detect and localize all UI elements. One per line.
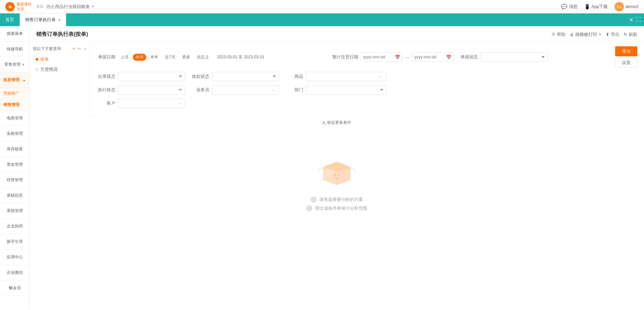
breadcrumb-area[interactable]: 办公用品行业模拟账套 ▼ bbox=[46, 4, 95, 10]
edit-scheme-icon[interactable]: ✏ bbox=[77, 46, 82, 51]
sidebar-item-ecommerce[interactable]: 电商管理 bbox=[0, 111, 29, 126]
scheme-by-order[interactable]: 按单 bbox=[33, 54, 86, 64]
add-scheme-icon[interactable]: + bbox=[72, 46, 75, 52]
delivery-status-select[interactable] bbox=[118, 72, 185, 81]
export-btn[interactable]: ⬆ 导出 bbox=[606, 32, 620, 38]
help-label: 帮助 bbox=[557, 32, 566, 38]
calendar-start-icon[interactable]: 📅 bbox=[395, 55, 400, 60]
sidebar-item-basic-info[interactable]: 基础信息 bbox=[0, 188, 29, 203]
print-icon: 🖨 bbox=[570, 32, 574, 37]
tab-close-window-icon[interactable]: ✕ bbox=[629, 17, 633, 23]
exec-status-select[interactable] bbox=[118, 85, 185, 95]
order-status-select[interactable] bbox=[481, 52, 548, 62]
department-select[interactable] bbox=[306, 85, 386, 95]
delivery-status-wrap bbox=[118, 72, 185, 81]
customer-input-wrap[interactable]: ··· bbox=[118, 99, 185, 108]
message-icon: 💬 bbox=[561, 4, 568, 10]
order-status-label: 单据状态 bbox=[459, 54, 478, 60]
app-download-btn[interactable]: 📱 App下载 bbox=[584, 4, 608, 10]
sidebar-item-sales-mgmt[interactable]: 销售管理 bbox=[0, 99, 29, 111]
goods-input-wrap[interactable]: ··· bbox=[306, 72, 386, 81]
main-area: 搜索菜单 快捷导航 零售管理 ▼ 批发管理 ▲ 营销推广 销售管理 电商管理 采… bbox=[0, 26, 644, 310]
date-tab-custom[interactable]: 自定义 bbox=[194, 54, 212, 61]
delivery-status-group: 出库状态 bbox=[97, 72, 185, 81]
tab-close-icon[interactable]: × bbox=[58, 18, 60, 22]
salesperson-input[interactable] bbox=[214, 88, 270, 92]
sidebar-item-enterprise-wx[interactable]: 企业微信 bbox=[0, 265, 29, 280]
sidebar-item-quick-nav[interactable]: 快捷导航 bbox=[0, 42, 29, 57]
collapse-chevron-icon: ⋀ bbox=[322, 120, 326, 125]
svg-point-7 bbox=[332, 172, 341, 180]
salesperson-group: 业务员 ··· bbox=[191, 85, 279, 95]
sidebar-item-enterprise[interactable]: 企业协同 bbox=[0, 219, 29, 234]
breadcrumb-arrow-icon[interactable]: ▼ bbox=[91, 5, 95, 8]
sidebar-item-guide[interactable]: 新手引导 bbox=[0, 234, 29, 250]
user-profile[interactable]: Ea demo2 bbox=[614, 2, 639, 11]
date-range-display: 2023-03-01 至 2023-03-31 bbox=[217, 54, 264, 60]
date-tab-more[interactable]: 更多 bbox=[179, 54, 193, 61]
collapse-bar[interactable]: ⋀ 收起更多条件 bbox=[30, 117, 644, 128]
sidebar-item-operations[interactable]: 经营管理 bbox=[0, 172, 29, 188]
sidebar-item-finance[interactable]: 资金管理 bbox=[0, 157, 29, 172]
logo-icon: 畅 bbox=[5, 2, 15, 11]
expected-delivery-group: 预计交货日期 📅 — 📅 bbox=[332, 52, 454, 62]
help-btn[interactable]: ⑦ 帮助 bbox=[551, 32, 566, 38]
filter-row-2: 出库状态 收款状态 bbox=[97, 72, 637, 81]
tab-bar-right: ✕ ⛶ bbox=[629, 17, 644, 23]
filter-row-4: 客户 ··· bbox=[97, 99, 637, 108]
sidebar-ecommerce-label: 电商管理 bbox=[7, 115, 23, 121]
filter-panel-title: 按以下方案查询 bbox=[33, 46, 61, 52]
by-order-label: 按单 bbox=[40, 56, 49, 62]
tab-home[interactable]: 首页 bbox=[0, 13, 20, 26]
scheme-by-debt[interactable]: 欠货情况 bbox=[33, 64, 86, 74]
collapse-panel-icon[interactable]: « bbox=[84, 46, 86, 51]
date-tab-current-year[interactable]: 本年 bbox=[148, 54, 161, 61]
sidebar-item-app-center[interactable]: 应用中心 bbox=[0, 250, 29, 265]
goods-dots-btn[interactable]: ··· bbox=[377, 74, 382, 79]
message-btn[interactable]: 💬 消息 bbox=[561, 4, 578, 10]
wholesale-mgmt-arrow-icon: ▲ bbox=[22, 78, 26, 82]
message-label: 消息 bbox=[569, 4, 578, 10]
sidebar-item-system[interactable]: 系统管理 bbox=[0, 203, 29, 219]
salesperson-input-wrap[interactable]: ··· bbox=[212, 85, 279, 95]
empty-state: 1 请先选择要分析的方案 2 用过滤条件来缩小分析范围 bbox=[30, 128, 644, 238]
customer-input[interactable] bbox=[120, 101, 176, 106]
settings-button[interactable]: 设置 bbox=[615, 58, 637, 68]
sidebar-item-search-menu[interactable]: 搜索菜单 bbox=[0, 26, 29, 42]
sidebar-item-marketing[interactable]: 营销推广 bbox=[0, 88, 29, 99]
exec-status-wrap bbox=[118, 85, 185, 95]
salesperson-dots-btn[interactable]: ··· bbox=[271, 87, 277, 93]
payment-status-select[interactable] bbox=[212, 72, 279, 81]
sidebar-item-inventory[interactable]: 库存核算 bbox=[0, 142, 29, 157]
sidebar-enterprise-wx-label: 企业微信 bbox=[7, 270, 23, 275]
page-inner: 销售订单执行表(按单) ⑦ 帮助 🖨 按模板打印 ▼ ⬆ 导出 bbox=[30, 26, 644, 310]
refresh-label: 刷新 bbox=[629, 32, 637, 38]
exec-status-label: 执行状态 bbox=[97, 87, 115, 93]
sidebar-item-wholesale-mgmt[interactable]: 批发管理 ▲ bbox=[0, 72, 29, 88]
order-status-select-wrap: ▼ bbox=[481, 52, 548, 62]
sidebar-member-label: 畅会员 bbox=[9, 285, 21, 291]
tab-sales-order[interactable]: 销售订单执行表 × bbox=[20, 13, 66, 26]
sidebar-item-retail-mgmt[interactable]: 零售管理 ▼ bbox=[0, 57, 29, 72]
sidebar-item-member[interactable]: 畅会员 bbox=[0, 280, 29, 296]
sidebar-marketing-label: 营销推广 bbox=[3, 91, 19, 96]
delivery-date-end-wrap[interactable]: 📅 bbox=[412, 52, 454, 62]
tab-fullscreen-icon[interactable]: ⛶ bbox=[636, 17, 641, 23]
retail-mgmt-arrow-icon: ▼ bbox=[22, 63, 25, 66]
date-tab-last7days[interactable]: 近7天 bbox=[162, 54, 178, 61]
hint-2-num: 2 bbox=[306, 205, 312, 211]
calendar-end-icon[interactable]: 📅 bbox=[446, 55, 451, 60]
date-tab-last-month[interactable]: 上月 bbox=[118, 54, 131, 61]
sidebar-item-purchase[interactable]: 采购管理 bbox=[0, 126, 29, 142]
refresh-btn[interactable]: ↻ 刷新 bbox=[624, 32, 637, 38]
query-button[interactable]: 查询 bbox=[615, 46, 637, 56]
date-tab-current-month[interactable]: 本月 bbox=[133, 54, 146, 61]
customer-dots-btn[interactable]: ··· bbox=[177, 101, 183, 106]
empty-hint-1: 1 请先选择要分析的方案 bbox=[311, 197, 363, 203]
delivery-date-start-input[interactable] bbox=[363, 55, 393, 59]
print-btn[interactable]: 🖨 按模板打印 ▼ bbox=[570, 32, 602, 38]
delivery-date-end-input[interactable] bbox=[415, 55, 445, 59]
empty-illustration bbox=[317, 155, 357, 189]
goods-input[interactable] bbox=[308, 74, 375, 79]
delivery-date-start-wrap[interactable]: 📅 bbox=[361, 52, 402, 62]
